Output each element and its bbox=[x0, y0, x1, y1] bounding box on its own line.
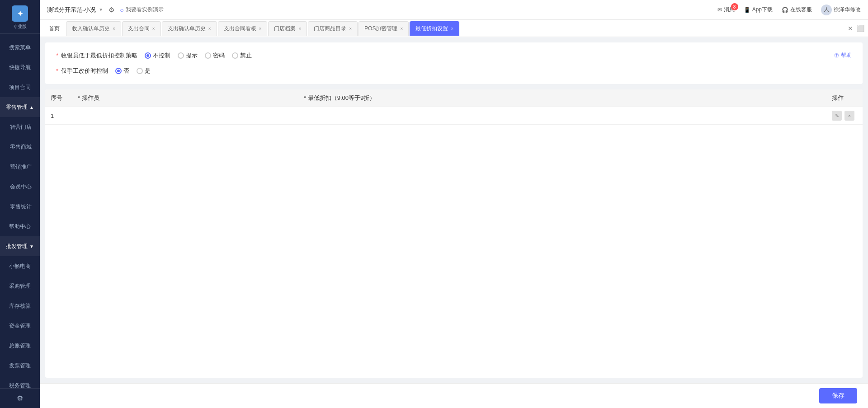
sidebar-item-label: 营销推广 bbox=[10, 163, 32, 171]
close-icon[interactable]: × bbox=[259, 26, 262, 31]
sidebar-item-label: 零售商城 bbox=[10, 143, 32, 151]
radio-hint[interactable]: 提示 bbox=[178, 52, 198, 60]
close-icon[interactable]: × bbox=[400, 26, 403, 31]
sidebar-item-marketing[interactable]: 营销推广 bbox=[0, 157, 40, 177]
radio-no[interactable]: 否 bbox=[115, 67, 129, 75]
sidebar-item-label: 零售管理 bbox=[6, 103, 28, 111]
form-label-2: * 仅手工改价时控制 bbox=[56, 67, 108, 75]
tab-min-discount[interactable]: 最低折扣设置 × bbox=[410, 21, 459, 36]
sidebar-item-account[interactable]: 总账管理 bbox=[0, 336, 40, 356]
sidebar-item-finance[interactable]: 资金管理 bbox=[0, 316, 40, 336]
sidebar-item-label: 项目合同 bbox=[9, 84, 31, 91]
table-row: 1 ✎ × bbox=[45, 107, 863, 125]
radio-label: 提示 bbox=[186, 52, 198, 60]
radio-yes[interactable]: 是 bbox=[137, 67, 151, 75]
required-star: * bbox=[56, 67, 58, 74]
tab-label: 首页 bbox=[49, 25, 60, 33]
chevron-up-icon: ▲ bbox=[29, 105, 34, 110]
page-footer: 保存 bbox=[40, 383, 868, 408]
demo-link[interactable]: ○ 我要看实例演示 bbox=[120, 6, 163, 14]
sidebar-item-label: 发票管理 bbox=[9, 362, 31, 370]
sidebar-item-retail-stats[interactable]: 零售统计 bbox=[0, 197, 40, 216]
sidebar-item-retail-mall[interactable]: 零售商城 bbox=[0, 137, 40, 157]
topbar-right: ✉ 消息 8 📱 App下载 🎧 在线客服 人 徐泽华修改 bbox=[717, 5, 861, 15]
form-row-1: * 收银员低于最低折扣控制策略 不控制 提示 密码 bbox=[56, 52, 852, 60]
radio-label: 禁止 bbox=[240, 52, 252, 60]
sidebar-item-retail-management[interactable]: 零售管理 ▲ bbox=[0, 97, 40, 117]
app-download-btn[interactable]: 📱 App下载 bbox=[744, 6, 773, 14]
sidebar-bottom: ⚙ bbox=[0, 388, 40, 408]
settings-icon[interactable]: ⚙ bbox=[17, 394, 23, 403]
sidebar-item-project-contract[interactable]: 项目合同 bbox=[0, 77, 40, 97]
cell-min-discount[interactable] bbox=[298, 107, 826, 125]
message-btn[interactable]: ✉ 消息 8 bbox=[717, 6, 735, 14]
radio-forbid[interactable]: 禁止 bbox=[232, 52, 252, 60]
radio-dot bbox=[232, 52, 238, 59]
radio-label: 密码 bbox=[213, 52, 225, 60]
sidebar-item-label: 税务管理 bbox=[9, 382, 31, 389]
close-icon[interactable]: × bbox=[152, 26, 155, 31]
sidebar-item-inventory[interactable]: 库存核算 bbox=[0, 296, 40, 316]
sidebar-item-label: 快捷导航 bbox=[9, 64, 31, 71]
form-row-2: * 仅手工改价时控制 否 是 bbox=[56, 67, 852, 75]
sidebar-item-label: 会员中心 bbox=[10, 183, 32, 191]
tab-label: 门店档案 bbox=[274, 25, 296, 33]
sidebar-item-label: 采购管理 bbox=[9, 282, 31, 290]
sidebar-item-ecommerce[interactable]: 小畅电商 bbox=[0, 256, 40, 276]
sidebar-item-quick-nav[interactable]: 快捷导航 bbox=[0, 57, 40, 77]
chevron-down-icon: ▼ bbox=[29, 244, 34, 249]
help-label: 帮助 bbox=[841, 52, 852, 59]
sidebar-item-label: 小畅电商 bbox=[9, 263, 31, 270]
close-icon[interactable]: × bbox=[113, 26, 115, 31]
cell-operator[interactable] bbox=[72, 107, 298, 125]
required-star: * bbox=[56, 52, 58, 59]
tab-store-products[interactable]: 门店商品目录 × bbox=[308, 21, 358, 36]
tab-income-confirm[interactable]: 收入确认单历史 × bbox=[66, 21, 121, 36]
sidebar-item-member-center[interactable]: 会员中心 bbox=[0, 177, 40, 197]
save-button[interactable]: 保存 bbox=[819, 388, 857, 403]
project-selector[interactable]: 测试分开示范-小况 ▼ bbox=[47, 6, 103, 14]
service-btn[interactable]: 🎧 在线客服 bbox=[782, 6, 812, 14]
sidebar-item-invoice[interactable]: 发票管理 bbox=[0, 356, 40, 375]
help-link[interactable]: ⑦ 帮助 bbox=[834, 52, 852, 59]
radio-password[interactable]: 密码 bbox=[205, 52, 225, 60]
sidebar-item-label: 资金管理 bbox=[9, 322, 31, 330]
tab-pos-manage[interactable]: POS加密管理 × bbox=[359, 21, 409, 36]
tab-label: 支出确认单历史 bbox=[168, 25, 206, 33]
tab-expand-icon[interactable]: ⬜ bbox=[857, 25, 864, 32]
delete-icon[interactable]: × bbox=[844, 111, 854, 121]
sidebar-item-help-center[interactable]: 帮助中心 bbox=[0, 216, 40, 236]
tab-close-all-icon[interactable]: ✕ bbox=[848, 25, 853, 32]
radio-label: 是 bbox=[145, 67, 151, 75]
close-icon[interactable]: × bbox=[349, 26, 352, 31]
close-icon[interactable]: × bbox=[451, 26, 453, 31]
tab-payment-contract[interactable]: 支出合同 × bbox=[122, 21, 161, 36]
sidebar-item-wholesale[interactable]: 批发管理 ▼ bbox=[0, 236, 40, 256]
mobile-icon: 📱 bbox=[744, 7, 750, 13]
tab-payment-board[interactable]: 支出合同看板 × bbox=[218, 21, 268, 36]
sidebar-item-label: 智营门店 bbox=[10, 123, 32, 131]
form-label-1: * 收银员低于最低折扣控制策略 bbox=[56, 52, 137, 60]
edit-icon[interactable]: ✎ bbox=[832, 111, 842, 121]
radio-no-control[interactable]: 不控制 bbox=[145, 52, 170, 60]
discount-table: 序号 * 操作员 * 最低折扣（9.00等于9折） 操作 bbox=[45, 89, 863, 125]
cell-action: ✎ × bbox=[826, 107, 863, 125]
radio-label: 不控制 bbox=[153, 52, 170, 60]
action-icons: ✎ × bbox=[832, 111, 857, 121]
tab-home[interactable]: 首页 bbox=[43, 21, 65, 36]
close-icon[interactable]: × bbox=[208, 26, 211, 31]
table-header-row: 序号 * 操作员 * 最低折扣（9.00等于9折） 操作 bbox=[45, 89, 863, 107]
close-icon[interactable]: × bbox=[298, 26, 301, 31]
sidebar-item-smart-store[interactable]: 智营门店 bbox=[0, 117, 40, 137]
sidebar-item-purchase[interactable]: 采购管理 bbox=[0, 276, 40, 296]
radio-dot bbox=[115, 68, 122, 74]
tab-store-file[interactable]: 门店档案 × bbox=[268, 21, 307, 36]
topbar-settings-icon[interactable]: ⚙ bbox=[108, 6, 114, 14]
user-btn[interactable]: 人 徐泽华修改 bbox=[821, 5, 861, 15]
col-header-operator: * 操作员 bbox=[72, 89, 298, 107]
project-name: 测试分开示范-小况 bbox=[47, 6, 96, 14]
sidebar-item-search-menu[interactable]: 搜索菜单 bbox=[0, 38, 40, 57]
tab-payment-confirm[interactable]: 支出确认单历史 × bbox=[162, 21, 217, 36]
sidebar-item-label: 搜索菜单 bbox=[9, 44, 31, 52]
sidebar-item-tax[interactable]: 税务管理 bbox=[0, 375, 40, 388]
